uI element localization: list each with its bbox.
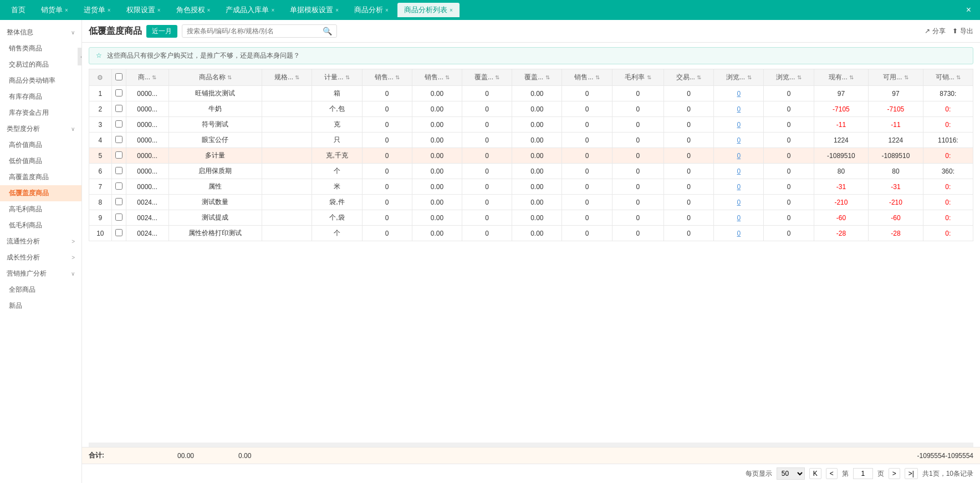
sidebar-item-high-coverage[interactable]: 高覆盖度商品 [0,169,81,185]
sidebar-section-flow[interactable]: 流通性分析 > [0,233,81,250]
nav-tab-home[interactable]: 首页 [4,3,32,17]
browse-link[interactable]: 0 [737,230,741,237]
column-checkbox[interactable] [111,69,126,86]
row-browse1[interactable]: 0 [714,210,764,226]
row-checkbox[interactable] [115,120,122,128]
row-select[interactable] [111,117,126,133]
nav-tab-sales[interactable]: 销货单 × [34,3,75,17]
column-code[interactable]: 商... ⇅ [126,69,169,86]
row-select[interactable] [111,210,126,226]
row-browse1[interactable]: 0 [714,179,764,195]
sidebar-item-all-goods[interactable]: 全部商品 [0,282,81,298]
row-browse1[interactable]: 0 [714,164,764,179]
column-sellable[interactable]: 可销... ⇅ [923,69,973,86]
export-button[interactable]: ⬆ 导出 [952,27,973,36]
row-browse1[interactable]: 0 [714,133,764,148]
row-select[interactable] [111,86,126,101]
browse-link[interactable]: 0 [737,199,741,206]
per-page-select[interactable]: 50 100 200 [777,467,805,480]
browse-link[interactable]: 0 [737,136,741,144]
row-checkbox[interactable] [115,151,122,159]
sidebar-section-marketing[interactable]: 营销推广分析 ∨ [0,266,81,282]
nav-tab-analysis-list[interactable]: 商品分析列表 × [397,3,460,17]
sidebar-item-low-coverage[interactable]: 低覆盖度商品 [0,185,81,201]
column-name[interactable]: 商品名称 ⇅ [169,69,262,86]
browse-link[interactable]: 0 [737,214,741,222]
sidebar-item-traded-goods[interactable]: 交易过的商品 [0,57,81,73]
row-checkbox[interactable] [115,136,122,143]
table-row[interactable]: 5 0000... 多计量 克,千克 0 0.00 0 0.00 0 0 0 0… [89,148,973,164]
column-settings[interactable]: ⚙ [89,69,112,86]
row-browse1[interactable]: 0 [714,117,764,133]
sidebar-item-stock-capital[interactable]: 库存资金占用 [0,105,81,121]
next-page-button[interactable]: > [889,468,900,479]
nav-tab-role-close[interactable]: × [207,7,211,13]
table-row[interactable]: 8 0024... 测试数量 袋,件 0 0.00 0 0.00 0 0 0 0… [89,195,973,210]
table-row[interactable]: 10 0024... 属性价格打印测试 个 0 0.00 0 0.00 0 0 … [89,226,973,241]
first-page-button[interactable]: K [809,468,821,479]
table-row[interactable]: 7 0000... 属性 米 0 0.00 0 0.00 0 0 0 0 0 -… [89,179,973,195]
column-trade[interactable]: 交易... ⇅ [664,69,714,86]
sidebar-item-sales-goods[interactable]: 销售类商品 [0,40,81,57]
sidebar-section-type[interactable]: 类型度分析 ∨ [0,121,81,137]
column-sales3[interactable]: 销售... ⇅ [562,69,612,86]
table-row[interactable]: 2 0000... 牛奶 个,包 0 0.00 0 0.00 0 0 0 0 0… [89,101,973,117]
row-select[interactable] [111,133,126,148]
sidebar-item-new-goods[interactable]: 新品 [0,298,81,314]
row-browse1[interactable]: 0 [714,101,764,117]
column-browse1[interactable]: 浏览... ⇅ [714,69,764,86]
row-select[interactable] [111,226,126,241]
nav-tab-template-close[interactable]: × [335,7,339,13]
row-browse1[interactable]: 0 [714,195,764,210]
sidebar-item-low-margin[interactable]: 低毛利商品 [0,217,81,233]
column-current[interactable]: 现有... ⇅ [814,69,869,86]
browse-link[interactable]: 0 [737,183,741,191]
nav-tab-analysis-close[interactable]: × [385,7,389,13]
table-row[interactable]: 6 0000... 启用保质期 个 0 0.00 0 0.00 0 0 0 0 … [89,164,973,179]
nav-tab-product[interactable]: 产成品入库单 × [219,3,281,17]
nav-tab-permission[interactable]: 权限设置 × [120,3,167,17]
row-checkbox[interactable] [115,167,122,174]
nav-tab-purchase[interactable]: 进货单 × [77,3,118,17]
row-checkbox[interactable] [115,182,122,190]
browse-link[interactable]: 0 [737,105,741,113]
sidebar-item-high-margin[interactable]: 高毛利商品 [0,201,81,217]
select-all-checkbox[interactable] [115,73,122,80]
scrollbar[interactable] [89,443,973,447]
nav-tab-permission-close[interactable]: × [157,7,161,13]
row-checkbox[interactable] [115,229,122,236]
sidebar-collapse-button[interactable]: « [78,48,82,65]
row-select[interactable] [111,164,126,179]
nav-tab-purchase-close[interactable]: × [108,7,111,13]
row-checkbox[interactable] [115,105,122,112]
sidebar-section-growth[interactable]: 成长性分析 > [0,250,81,266]
share-button[interactable]: ↗ 分享 [925,27,946,36]
filter-button[interactable]: 近一月 [146,25,177,38]
sidebar-item-category-rate[interactable]: 商品分类动销率 [0,73,81,89]
column-spec[interactable]: 规格... ⇅ [262,69,312,86]
nav-tab-role[interactable]: 角色授权 × [170,3,217,17]
table-row[interactable]: 3 0000... 符号测试 克 0 0.00 0 0.00 0 0 0 0 0… [89,117,973,133]
search-input[interactable] [187,27,323,35]
prev-page-button[interactable]: < [826,468,838,479]
row-browse1[interactable]: 0 [714,148,764,164]
sidebar-item-in-stock[interactable]: 有库存商品 [0,89,81,105]
sidebar-item-low-value[interactable]: 低价值商品 [0,153,81,169]
column-sales-amt[interactable]: 销售... ⇅ [412,69,462,86]
browse-link[interactable]: 0 [737,90,741,98]
nav-tab-product-close[interactable]: × [271,7,274,13]
row-select[interactable] [111,195,126,210]
nav-tab-sales-close[interactable]: × [65,7,68,13]
row-checkbox[interactable] [115,198,122,205]
table-row[interactable]: 1 0000... 旺铺批次测试 箱 0 0.00 0 0.00 0 0 0 0… [89,86,973,101]
sidebar-section-overall[interactable]: 整体信息 ∨ [0,24,81,40]
search-box[interactable]: 🔍 [182,24,337,38]
column-cover2[interactable]: 覆盖... ⇅ [512,69,562,86]
table-row[interactable]: 9 0024... 测试提成 个,袋 0 0.00 0 0.00 0 0 0 0… [89,210,973,226]
last-page-button[interactable]: >| [905,468,918,479]
column-sales-qty[interactable]: 销售... ⇅ [362,69,412,86]
row-select[interactable] [111,148,126,164]
page-input[interactable] [853,468,873,479]
row-select[interactable] [111,179,126,195]
row-select[interactable] [111,101,126,117]
